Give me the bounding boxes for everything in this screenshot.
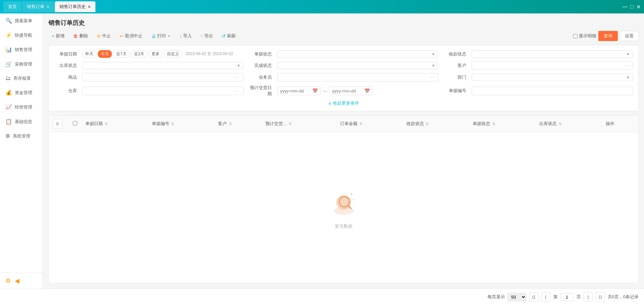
prev-page-button[interactable]: ⟨ <box>541 292 551 302</box>
receipt-status-label: 收款状态 <box>443 51 466 57</box>
close-icon[interactable]: ✕ <box>636 4 641 10</box>
refresh-button[interactable]: ↺ 刷新 <box>218 31 239 41</box>
table-settings-icon[interactable]: ⚙ <box>53 119 62 128</box>
add-button[interactable]: + 新增 <box>48 31 68 41</box>
salesperson-ellipsis[interactable]: ··· <box>429 75 435 80</box>
print-icon: 🖨 <box>151 33 156 39</box>
completion-status-select[interactable]: ▼ <box>277 62 438 69</box>
tab-home[interactable]: 首页 <box>3 1 22 12</box>
last-page-button[interactable]: ⟩⟩ <box>596 292 605 302</box>
date-btn-yesterday[interactable]: 昨天 <box>82 50 96 58</box>
date-range-text: 2023-06-02 至 2023-06-02 <box>185 51 233 57</box>
tab-sales-order[interactable]: 销售订单 ✕ <box>22 1 54 12</box>
sidebar-item-sales-mgmt[interactable]: 📊 销售管理 <box>0 42 43 57</box>
cancel-stop-button[interactable]: ↩ 取消中止 <box>116 31 146 41</box>
expected-date-end-input[interactable] <box>332 88 362 93</box>
delete-label: 删除 <box>79 33 88 39</box>
th-checkbox <box>69 116 81 132</box>
pagination-bar: 每页显示 10 20 50 100 ⟨⟨ ⟨ 第 页 ⟩ ⟩⟩ 共0页，0条记录 <box>0 289 644 305</box>
goods-input[interactable] <box>85 75 234 80</box>
salesperson-label: 业务员 <box>249 74 272 80</box>
settings-button[interactable]: 设置 <box>620 31 639 41</box>
sidebar-settings-icon[interactable]: ⚙ <box>5 277 11 284</box>
receipt-status-select[interactable]: ▼ <box>472 50 633 58</box>
sort-doc-status-icon[interactable]: ⇅ <box>492 122 495 126</box>
sidebar-item-system-mgmt[interactable]: ⚙ 系统管理 <box>0 129 43 143</box>
sidebar-item-inventory-calc[interactable]: 🗂 库存核算 <box>0 71 43 85</box>
sort-doc-number-icon[interactable]: ⇅ <box>171 122 174 126</box>
expected-date-start: 📅 <box>277 87 321 95</box>
next-page-button[interactable]: ⟩ <box>584 292 593 302</box>
import-button[interactable]: ↓ 导入 <box>176 31 195 41</box>
sidebar-item-search-menu[interactable]: 🔍 搜索菜单 <box>0 13 43 28</box>
per-page-select[interactable]: 10 20 50 100 <box>508 293 526 301</box>
empty-svg: ✦ ✦ <box>327 186 360 219</box>
department-select[interactable]: ▼ <box>472 74 633 81</box>
sidebar-item-purchase-mgmt[interactable]: 🛒 采购管理 <box>0 57 43 71</box>
top-bar: 首页 销售订单 ✕ 销售订单历史 ✕ — □ ✕ <box>0 0 644 13</box>
sort-receipt-status-icon[interactable]: ⇅ <box>426 122 429 126</box>
sidebar-collapse-icon[interactable]: ◀ <box>15 277 19 284</box>
page-number-input[interactable] <box>560 293 574 301</box>
sort-expected-date-icon[interactable]: ⇅ <box>289 122 292 126</box>
receipt-status-control: ▼ <box>472 50 633 58</box>
date-btn-more[interactable]: 更多 <box>148 50 163 58</box>
tab-sales-order-close[interactable]: ✕ <box>46 5 49 9</box>
date-btn-custom[interactable]: 自定义 <box>164 50 182 58</box>
sidebar-item-basic-info[interactable]: 📋 基础信息 <box>0 114 43 129</box>
delete-button[interactable]: 🗑 删除 <box>70 31 91 41</box>
doc-status-select[interactable]: ▼ <box>277 50 438 58</box>
expected-date-control: 📅 — 📅 <box>277 87 438 95</box>
print-button[interactable]: 🖨 打印 ▼ <box>148 31 174 41</box>
warehouse-input[interactable] <box>85 88 234 93</box>
salesperson-input-box: ··· <box>277 73 438 81</box>
doc-number-input[interactable] <box>475 88 630 93</box>
stop-button[interactable]: ⊘ 中止 <box>93 31 114 41</box>
filter-row-3: 商品 ··· 业务员 ··· 部门 <box>54 73 633 81</box>
shipment-status-select[interactable]: ▼ <box>82 62 244 69</box>
warehouse-label: 仓库 <box>54 88 77 94</box>
customer-control: ··· <box>472 61 633 70</box>
warehouse-ellipsis[interactable]: ··· <box>234 88 241 93</box>
date-btn-1month[interactable]: 近1月 <box>131 50 147 58</box>
filter-panel: 单据日期 昨天 今天 近7天 近1月 更多 自定义 2023-06-02 至 2… <box>48 45 639 111</box>
display-detail-checkbox[interactable] <box>573 34 577 38</box>
sidebar-item-capital-mgmt[interactable]: 💰 资金管理 <box>0 85 43 100</box>
customer-input[interactable] <box>475 63 624 68</box>
goods-input-box: ··· <box>82 73 244 81</box>
basic-info-icon: 📋 <box>5 118 12 125</box>
tab-sales-order-history-close[interactable]: ✕ <box>88 5 91 9</box>
sidebar-item-operation-label: 经营管理 <box>15 104 32 110</box>
customer-ellipsis[interactable]: ··· <box>624 63 630 68</box>
sort-shipment-status-icon[interactable]: ⇅ <box>559 122 562 126</box>
maximize-icon[interactable]: □ <box>630 4 634 10</box>
export-button[interactable]: ↑ 导出 <box>197 31 216 41</box>
expected-date-label: 预计交货日期 <box>249 85 272 97</box>
select-all-checkbox[interactable] <box>73 121 77 125</box>
sort-doc-date-icon[interactable]: ⇅ <box>105 122 108 126</box>
sort-order-amount-icon[interactable]: ⇅ <box>359 122 362 126</box>
first-page-button[interactable]: ⟨⟨ <box>529 292 539 302</box>
query-button[interactable]: 查询 <box>598 31 618 41</box>
tab-sales-order-history[interactable]: 销售订单历史 ✕ <box>55 1 95 12</box>
sidebar-bottom: ⚙ ◀ <box>0 273 43 289</box>
sort-customer-icon[interactable]: ⇅ <box>229 122 232 126</box>
salesperson-input[interactable] <box>280 75 429 80</box>
expected-date-start-input[interactable] <box>280 88 310 93</box>
import-label: 导入 <box>183 33 192 39</box>
print-label: 打印 <box>157 33 166 39</box>
sales-icon: 📊 <box>5 46 12 53</box>
calendar-end-icon[interactable]: 📅 <box>364 88 370 93</box>
shipment-status-label: 出库状态 <box>54 63 77 69</box>
date-btn-7days[interactable]: 近7天 <box>113 50 130 58</box>
calendar-start-icon[interactable]: 📅 <box>312 88 318 93</box>
sidebar-item-quick-nav[interactable]: ⚡ 快捷导航 <box>0 28 43 42</box>
sidebar-item-operation-mgmt[interactable]: 📈 经营管理 <box>0 100 43 114</box>
collapse-button[interactable]: ∧ 收起更多条件 <box>328 100 359 106</box>
goods-ellipsis[interactable]: ··· <box>234 75 241 80</box>
page-suffix-label: 页 <box>576 294 581 300</box>
date-btn-today[interactable]: 今天 <box>98 50 112 58</box>
doc-status-control: ▼ <box>277 50 438 58</box>
th-doc-date: 单据日期 ⇅ <box>81 116 148 132</box>
minimize-icon[interactable]: — <box>622 4 628 10</box>
